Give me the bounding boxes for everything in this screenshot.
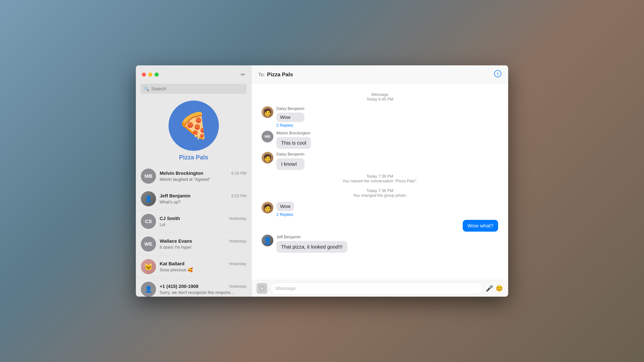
convo-time: 6:23 PM [232,194,246,198]
convo-preview: It does! I'm hype! [160,245,237,250]
system-message: Today 7:36 PM You named the conversation… [262,174,498,183]
close-button[interactable] [142,72,146,77]
input-bar: A iMessage 🎤 😊 [252,280,508,297]
chat-messages: iMessage Today 6:45 PM 🧑 Daisy Benjamin … [252,84,508,280]
avatar: 🧑 [262,106,273,118]
replies-link[interactable]: 2 Replies [276,123,304,128]
to-label: To: [258,72,265,77]
svg-text:A: A [261,287,263,290]
list-item[interactable]: WE Wallace Evans Yesterday It does! I'm … [136,233,252,255]
info-button[interactable]: i [494,70,502,79]
convo-info: Jeff Benjamin 6:23 PM What's up? [160,193,246,204]
message-input[interactable]: iMessage [271,282,482,295]
chat-title: Pizza Pals [267,71,293,78]
convo-preview: Sorry, we don't recognize this response.… [160,290,237,295]
convo-time: 6:26 PM [232,171,246,176]
message-row: 🧑 Daisy Benjamin Wow 2 Replies [262,106,498,128]
search-input[interactable] [151,86,243,91]
msg-bubble: Wow [276,202,294,211]
convo-info: Wallace Evans Yesterday It does! I'm hyp… [160,239,246,250]
convo-name: Wallace Evans [160,239,192,244]
app-store-icon: A [258,285,265,292]
input-placeholder: iMessage [276,286,296,291]
list-item[interactable]: 🐱 Kat Ballard Yesterday Sooo precious 🥰 [136,255,252,278]
convo-name: +1 (415) 200-1908 [160,284,198,289]
avatar: MB [141,169,156,184]
sidebar: ✏ 🔍 🍕 Pizza Pals MB Melvin Brockington [136,65,252,297]
thread-container: 🧑 Wow 2 Replies [262,202,498,217]
message-row: MB Melvin Brockington This is cool [262,131,498,149]
fullscreen-button[interactable] [155,72,159,77]
msg-sender: Melvin Brockington [276,131,311,135]
search-bar[interactable]: 🔍 [140,84,247,94]
convo-info: Kat Ballard Yesterday Sooo precious 🥰 [160,261,246,272]
convo-info: CJ Smith Yesterday Lol [160,216,246,227]
message-row: 🧑 Daisy Benjamin I know! [262,152,498,170]
msg-bubble: That pizza, it looked good!!! [276,241,347,253]
avatar: 🧑 [262,202,273,214]
msg-sender: Daisy Benjamin [276,152,304,157]
convo-time: Yesterday [228,284,246,289]
list-item[interactable]: 👤 +1 (415) 200-1908 Yesterday Sorry, we … [136,278,252,297]
minimize-button[interactable] [148,72,152,77]
titlebar: ✏ [136,65,252,84]
convo-preview: Lol [160,222,237,227]
convo-info: +1 (415) 200-1908 Yesterday Sorry, we do… [160,284,246,295]
group-avatar-section: 🍕 Pizza Pals [136,97,252,165]
convo-name: Kat Ballard [160,261,184,267]
convo-name: Jeff Benjamin [160,193,190,199]
group-name: Pizza Pals [179,154,208,161]
convo-info: Melvin Brockington 6:26 PM Melvin laughe… [160,171,246,182]
voice-button[interactable]: 🎤 [486,285,493,292]
convo-preview: What's up? [160,200,237,204]
chat-main: To: Pizza Pals i iMessage Today 6:45 PM … [252,65,508,297]
avatar: 👤 [262,235,273,246]
input-actions: 🎤 😊 [486,285,503,292]
message-row: 👤 Jeff Benjamin That pizza, it looked go… [262,235,498,253]
convo-time: Yesterday [228,216,246,221]
msg-sender: Daisy Benjamin [276,106,304,111]
msg-content: Daisy Benjamin Wow 2 Replies [276,106,304,128]
app-store-button[interactable]: A [256,283,267,294]
time-header: iMessage Today 6:45 PM [262,92,498,102]
compose-button[interactable]: ✏ [241,71,245,78]
msg-content: Melvin Brockington This is cool [276,131,311,149]
avatar: 🐱 [141,259,156,274]
emoji-button[interactable]: 😊 [496,285,503,292]
msg-content: Jeff Benjamin That pizza, it looked good… [276,235,347,253]
msg-sender: Jeff Benjamin [276,235,347,239]
msg-content: Wow what? [463,220,498,232]
replies-link[interactable]: 2 Replies [276,212,294,217]
msg-bubble: Wow [276,113,304,122]
msg-content: Daisy Benjamin I know! [276,152,304,170]
convo-preview: Sooo precious 🥰 [160,268,237,272]
info-icon: i [494,70,502,77]
msg-bubble: This is cool [276,137,311,149]
conversation-list: MB Melvin Brockington 6:26 PM Melvin lau… [136,165,252,297]
convo-time: Yesterday [228,261,246,266]
msg-bubble-sent: Wow what? [463,220,498,232]
list-item[interactable]: MB Melvin Brockington 6:26 PM Melvin lau… [136,165,252,188]
list-item[interactable]: 👤 Jeff Benjamin 6:23 PM What's up? [136,188,252,210]
chat-header: To: Pizza Pals i [252,65,508,84]
avatar: 👤 [141,282,156,297]
svg-text:i: i [497,71,498,76]
system-message: Today 7:36 PM You changed the group phot… [262,188,498,198]
avatar: 🧑 [262,152,273,164]
convo-preview: Melvin laughed at "Agreed" [160,177,237,182]
avatar: WE [141,237,156,252]
messages-window: ✏ 🔍 🍕 Pizza Pals MB Melvin Brockington [136,65,508,297]
avatar: 👤 [141,191,156,206]
convo-name: CJ Smith [160,216,180,221]
list-item[interactable]: CS CJ Smith Yesterday Lol [136,210,252,233]
traffic-lights [142,72,159,77]
avatar: CS [141,214,156,229]
convo-name: Melvin Brockington [160,171,203,176]
msg-bubble: I know! [276,158,304,170]
pizza-emoji: 🍕 [178,111,209,140]
search-icon: 🔍 [144,86,149,91]
msg-content: Wow 2 Replies [276,202,294,217]
message-row: 🧑 Wow 2 Replies [262,202,498,217]
group-avatar: 🍕 [168,100,219,151]
avatar: MB [262,131,273,142]
